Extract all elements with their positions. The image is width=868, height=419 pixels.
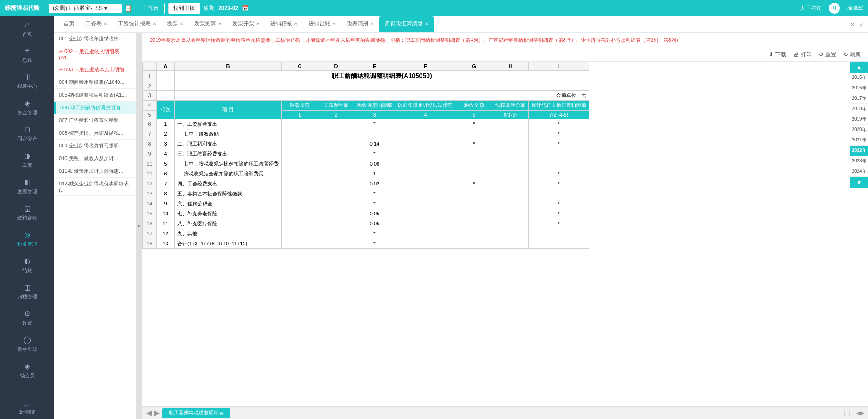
- cell-g[interactable]: [456, 149, 492, 159]
- left-panel-item-010[interactable]: 010-免税、减收入及加计...: [54, 152, 136, 165]
- tab-income-tax-close[interactable]: ✕: [425, 21, 428, 26]
- cell-g[interactable]: [456, 199, 492, 209]
- left-panel-item-005[interactable]: 005-纳税调整项目明细表(A1...: [54, 89, 136, 102]
- cell-c[interactable]: [282, 189, 318, 199]
- cell-seq[interactable]: 4: [157, 149, 175, 159]
- cell-i[interactable]: [529, 149, 589, 159]
- cell-g[interactable]: [456, 209, 492, 219]
- cell-f[interactable]: [395, 189, 456, 199]
- sidebar-item-guide[interactable]: ◯ 新手引导: [0, 331, 54, 357]
- left-panel-item-003[interactable]: ⊙ 003-一般企业成本支出明细...: [54, 63, 136, 76]
- cell-e[interactable]: *: [354, 229, 395, 239]
- cell-d[interactable]: [318, 139, 354, 149]
- cell-h[interactable]: [492, 199, 529, 209]
- cell-i[interactable]: *: [529, 219, 589, 229]
- sidebar-item-archive[interactable]: ◫ 归档管理: [0, 278, 54, 305]
- tab-home[interactable]: 首页: [58, 16, 80, 33]
- cell-d[interactable]: [318, 209, 354, 219]
- cell-seq[interactable]: 6: [157, 169, 175, 179]
- tab-income-tax[interactable]: 所得税汇算清缴 ✕: [379, 16, 434, 33]
- cell-c[interactable]: [282, 169, 318, 179]
- cell-d[interactable]: [318, 169, 354, 179]
- cell-g[interactable]: [456, 159, 492, 169]
- cell-f[interactable]: [395, 139, 456, 149]
- cell-g[interactable]: [456, 219, 492, 229]
- tab-tax-book[interactable]: 税表清册 ✕: [341, 16, 379, 33]
- sheet-menu-icon[interactable]: ⋮⋮⋮: [836, 410, 853, 416]
- cell-f[interactable]: [395, 149, 456, 159]
- cell-c[interactable]: [282, 119, 318, 129]
- cell-seq[interactable]: 13: [157, 239, 175, 248]
- cell-i[interactable]: *: [529, 129, 589, 139]
- cell-seq[interactable]: 11: [157, 219, 175, 229]
- year-item-2019[interactable]: 2019年: [850, 114, 868, 125]
- cell-d[interactable]: [318, 149, 354, 159]
- sidebar-item-invoice[interactable]: ◧ 发票管理: [0, 173, 54, 200]
- cell-c[interactable]: [282, 179, 318, 189]
- year-item-2020[interactable]: 2020年: [850, 125, 868, 135]
- cell-c[interactable]: [282, 159, 318, 169]
- cell-f[interactable]: [395, 129, 456, 139]
- bottom-tab-sheet[interactable]: 职工薪酬纳税调整明细表: [162, 408, 230, 418]
- cell-g[interactable]: [456, 239, 492, 248]
- year-item-2015[interactable]: 2015年: [850, 73, 868, 83]
- year-item-2024[interactable]: 2024年: [850, 166, 868, 177]
- cell-d[interactable]: [318, 119, 354, 129]
- tab-invoice-open-close[interactable]: ✕: [256, 21, 260, 26]
- cell-seq[interactable]: 7: [157, 179, 175, 189]
- cell-c[interactable]: [282, 209, 318, 219]
- left-panel-item-009[interactable]: 009-企业所得税弥补亏损明...: [54, 140, 136, 152]
- cell-c[interactable]: [282, 139, 318, 149]
- cell-label[interactable]: 四、工会经费支出: [175, 179, 282, 189]
- table-container[interactable]: A B C D E F G H I: [142, 62, 850, 407]
- cell-label[interactable]: 三、职工教育经费支出: [175, 149, 282, 159]
- sidebar-item-purchase-sale[interactable]: ◱ 进销台账: [0, 200, 54, 226]
- cell-f[interactable]: [395, 179, 456, 189]
- sidebar-item-close[interactable]: ◐ 结账: [0, 252, 54, 278]
- left-panel-item-004[interactable]: 004-期间费用明细表(A1040...: [54, 76, 136, 89]
- cell-e[interactable]: *: [354, 119, 395, 129]
- tab-invoice[interactable]: 发票 ✕: [162, 16, 189, 33]
- cell-i[interactable]: [529, 229, 589, 239]
- cell-e[interactable]: *: [354, 149, 395, 159]
- year-nav-up[interactable]: ▲: [850, 62, 868, 73]
- left-panel-item-012[interactable]: 012-减免企业所得税优惠明细表(...: [54, 178, 136, 196]
- cell-f[interactable]: [395, 239, 456, 248]
- cell-h[interactable]: [492, 209, 529, 219]
- cell-seq[interactable]: 3: [157, 139, 175, 149]
- sheet-nav-left[interactable]: ◀: [146, 409, 152, 417]
- cell-label[interactable]: 其中：股权激励: [175, 129, 282, 139]
- tab-purchase-ledger[interactable]: 进销台账 ✕: [303, 16, 341, 33]
- cell-c[interactable]: [282, 219, 318, 229]
- sidebar-item-fixed-asset[interactable]: ◻ 固定资产: [0, 121, 54, 147]
- left-panel-item-002[interactable]: ⊙ 002-一般企业收入明细表(A1...: [54, 45, 136, 63]
- sidebar-item-home[interactable]: ⌂ 首页: [0, 16, 54, 42]
- cell-e[interactable]: 0.05: [354, 209, 395, 219]
- cell-h[interactable]: [492, 219, 529, 229]
- cell-seq[interactable]: 12: [157, 229, 175, 239]
- cell-g[interactable]: *: [456, 179, 492, 189]
- cell-g[interactable]: [456, 169, 492, 179]
- sidebar-item-report[interactable]: ◫ 报表中心: [0, 68, 54, 94]
- sidebar-item-ledger[interactable]: ≡ 总账: [0, 42, 54, 68]
- tab-purchase-ledger-close[interactable]: ✕: [332, 21, 336, 26]
- cell-label[interactable]: 一、工资薪金支出: [175, 119, 282, 129]
- cell-g[interactable]: [456, 129, 492, 139]
- refresh-button[interactable]: ↻ 刷新: [843, 51, 861, 58]
- cell-e[interactable]: 0.08: [354, 159, 395, 169]
- tab-purchase-check[interactable]: 进销稽核 ✕: [265, 16, 303, 33]
- cell-label[interactable]: 七、补充养老保险: [175, 209, 282, 219]
- cell-e[interactable]: 1: [354, 169, 395, 179]
- cell-f[interactable]: [395, 119, 456, 129]
- tab-payroll-stat-close[interactable]: ✕: [152, 21, 156, 26]
- cell-d[interactable]: [318, 129, 354, 139]
- cell-e[interactable]: 0.14: [354, 139, 395, 149]
- cell-i[interactable]: *: [529, 119, 589, 129]
- tab-bar-expand[interactable]: ⤢: [859, 21, 864, 28]
- cell-d[interactable]: [318, 239, 354, 248]
- year-item-2018[interactable]: 2018年: [850, 104, 868, 114]
- tab-payroll-close[interactable]: ✕: [103, 21, 107, 26]
- year-item-2021[interactable]: 2021年: [850, 135, 868, 146]
- cell-g[interactable]: *: [456, 119, 492, 129]
- cell-g[interactable]: [456, 189, 492, 199]
